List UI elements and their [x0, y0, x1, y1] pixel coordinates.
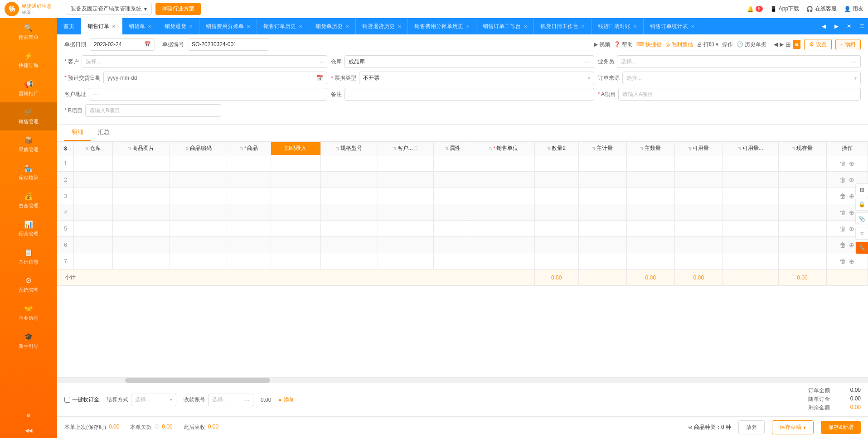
cell-2-1[interactable] — [74, 172, 113, 188]
sidebar-item-marketing[interactable]: 📢营销推广 — [0, 74, 57, 102]
sidebar-collapse[interactable]: ◀◀ — [0, 423, 57, 438]
sidebar-item-sales-mgmt[interactable]: 🛒销售管理 — [0, 102, 57, 130]
cell-6-11[interactable] — [578, 237, 626, 253]
add-btn[interactable]: ● 添加 — [278, 396, 294, 404]
cell-3-10[interactable] — [534, 188, 578, 204]
cell-6-1[interactable] — [74, 237, 113, 253]
tabs-prev-btn[interactable]: ◀ — [817, 18, 830, 34]
address-ellipsis[interactable]: ··· — [93, 91, 98, 98]
cell-3-7[interactable] — [378, 188, 433, 204]
profit-action[interactable]: ◎ 毛利预估 — [665, 39, 693, 50]
cell-5-1[interactable] — [74, 221, 113, 237]
sidebar-item-system-mgmt[interactable]: ⚙系统管理 — [0, 271, 57, 299]
cell-3-11[interactable] — [578, 188, 626, 204]
order-source-input[interactable]: 选择... ▾ — [622, 72, 861, 84]
cell-5-10[interactable] — [534, 221, 578, 237]
scroll-thumb[interactable] — [125, 378, 270, 383]
cell-4-6[interactable] — [320, 204, 378, 221]
cell-2-3[interactable] — [170, 172, 227, 188]
right-btn-5[interactable]: 🔧 — [855, 241, 868, 254]
cell-2-6[interactable] — [320, 172, 378, 188]
col-customer-field[interactable]: ⇅客户...ⓘ — [378, 142, 433, 155]
cell-1-12[interactable] — [626, 155, 674, 172]
project-b-input[interactable]: 请输入B项目 — [85, 104, 221, 117]
horizontal-scrollbar[interactable] — [57, 377, 868, 383]
tab-sales-summary[interactable]: 销售订单统计表✕ — [644, 18, 701, 34]
tab-sales-return-history[interactable]: 销货退货历史✕ — [356, 18, 408, 34]
cell-3-6[interactable] — [320, 188, 378, 204]
cell-1-14[interactable] — [723, 155, 778, 172]
sidebar-item-purchase-mgmt[interactable]: 📦采购管理 — [0, 130, 57, 159]
cell-7-4[interactable] — [227, 253, 271, 270]
sidebar-settings[interactable]: ⚙ — [0, 408, 57, 423]
cell-7-6[interactable] — [320, 253, 378, 270]
cell-6-5[interactable] — [271, 237, 320, 253]
system-selector[interactable]: 装备及固定资产辅助管理系统 ▾ — [66, 3, 152, 15]
delete-row-6[interactable]: 🗑 — [839, 241, 847, 250]
cell-2-8[interactable] — [433, 172, 472, 188]
cell-7-13[interactable] — [674, 253, 723, 270]
list-view-icon[interactable]: ≡ — [793, 40, 800, 49]
cell-7-9[interactable] — [472, 253, 534, 270]
cell-4-14[interactable] — [723, 204, 778, 221]
save-draft-button[interactable]: 保存草稿 ▾ — [772, 420, 814, 434]
tab-sales-expense-split[interactable]: 销售费用分摊单✕ — [199, 18, 257, 34]
cell-4-11[interactable] — [578, 204, 626, 221]
date-picker-icon[interactable]: 📅 — [316, 75, 323, 81]
cell-1-9[interactable] — [472, 155, 534, 172]
account-ellipsis[interactable]: ··· — [244, 396, 249, 404]
cell-5-3[interactable] — [170, 221, 227, 237]
online-help[interactable]: 🎧 在线客服 — [806, 5, 837, 13]
cell-1-7[interactable] — [378, 155, 433, 172]
cell-3-9[interactable] — [472, 188, 534, 204]
delivery-date-value[interactable] — [107, 75, 316, 81]
one-click-collect-checkbox[interactable]: 一键收订金 — [64, 396, 99, 404]
tab-close-sales-order-workbench[interactable]: ✕ — [524, 24, 527, 29]
col-available[interactable]: ⇅可用量 — [674, 142, 723, 155]
sidebar-item-basic-info[interactable]: 📋基础信息 — [0, 243, 57, 271]
operate-action[interactable]: 操作 — [722, 39, 733, 50]
cell-7-12[interactable] — [626, 253, 674, 270]
cell-6-8[interactable] — [433, 237, 472, 253]
grid-view-icon[interactable]: ⊞ — [786, 41, 791, 48]
notification-item[interactable]: 🔔 9 9 — [747, 6, 763, 12]
tab-receivable-workbench[interactable]: 钱货日清工作台✕ — [534, 18, 592, 34]
cell-7-10[interactable] — [534, 253, 578, 270]
tab-home[interactable]: 首页 — [57, 18, 81, 34]
cell-4-12[interactable] — [626, 204, 674, 221]
tab-close-receivable-reconcile[interactable]: ✕ — [633, 24, 637, 29]
date-input[interactable]: 2023-03-24 📅 — [90, 38, 155, 51]
cell-7-14[interactable] — [723, 253, 778, 270]
tab-sales-order-history[interactable]: 销售订单历史✕ — [257, 18, 309, 34]
copy-row-7[interactable]: ⊕ — [848, 257, 855, 266]
cell-1-4[interactable] — [227, 155, 271, 172]
collect-account-input[interactable]: 选择... ··· — [208, 394, 253, 406]
tab-summary[interactable]: 汇总 — [91, 125, 117, 141]
cell-3-5[interactable] — [271, 188, 320, 204]
cell-5-7[interactable] — [378, 221, 433, 237]
cell-2-13[interactable] — [674, 172, 723, 188]
tab-close-sales-order[interactable]: ✕ — [112, 24, 116, 29]
sidebar-item-quick-nav[interactable]: ⚡快捷导航 — [0, 46, 57, 74]
cell-6-13[interactable] — [674, 237, 723, 253]
cell-5-15[interactable] — [778, 221, 826, 237]
one-click-checkbox-input[interactable] — [64, 397, 70, 403]
cell-4-1[interactable] — [74, 204, 113, 221]
cell-5-12[interactable] — [626, 221, 674, 237]
tabs-next-btn[interactable]: ▶ — [830, 18, 843, 34]
table-wrapper[interactable]: ⚙ ⇅仓库 ⇅商品图片 ⇅商品编码 — [57, 141, 868, 377]
cell-4-3[interactable] — [170, 204, 227, 221]
remark-input[interactable] — [344, 88, 594, 101]
customer-input[interactable]: 选择... ··· — [82, 55, 327, 68]
cell-6-10[interactable] — [534, 237, 578, 253]
cell-3-13[interactable] — [674, 188, 723, 204]
cell-5-4[interactable] — [227, 221, 271, 237]
tab-close-sales-expense-split[interactable]: ✕ — [247, 24, 250, 29]
cell-4-5[interactable] — [271, 204, 320, 221]
cell-5-8[interactable] — [433, 221, 472, 237]
invoice-type-input[interactable]: 不开票 ▾ — [359, 72, 594, 84]
tab-close-sales-return[interactable]: ✕ — [189, 24, 193, 29]
cell-2-9[interactable] — [472, 172, 534, 188]
cell-4-8[interactable] — [433, 204, 472, 221]
user-item[interactable]: 👤 用友 — [844, 5, 863, 13]
